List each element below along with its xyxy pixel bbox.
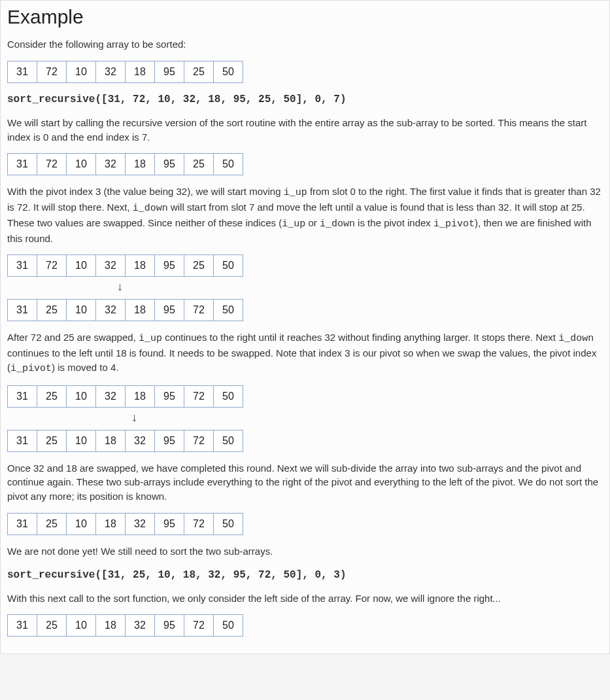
code-iup: i_up — [282, 219, 305, 230]
cell: 10 — [67, 513, 96, 534]
cell: 10 — [67, 61, 96, 82]
cell: 32 — [96, 255, 126, 277]
cell: 32 — [96, 154, 126, 175]
cell: 18 — [126, 61, 155, 82]
document-page: Example Consider the following array to … — [0, 0, 610, 654]
cell: 31 — [8, 615, 37, 637]
cell: 18 — [126, 255, 155, 277]
code-ipivot: i_pivot — [10, 363, 52, 374]
cell: 31 — [8, 513, 37, 534]
cell: 72 — [184, 385, 214, 407]
cell: 31 — [8, 255, 37, 277]
cell: 50 — [214, 61, 243, 82]
cell: 10 — [67, 385, 96, 407]
down-arrow-icon: ↓ — [7, 281, 603, 292]
cell: 31 — [8, 61, 37, 82]
cell: 95 — [155, 154, 184, 175]
cell: 31 — [8, 300, 37, 321]
cell: 32 — [126, 430, 155, 451]
cell: 95 — [155, 385, 184, 407]
cell: 32 — [126, 513, 155, 534]
cell: 50 — [214, 615, 243, 637]
para-2: With the pivot index 3 (the value being … — [7, 184, 603, 245]
array-left-sub: 31 25 10 18 32 95 72 50 — [7, 614, 243, 637]
cell: 72 — [37, 154, 67, 175]
code-idown: i_down — [320, 219, 355, 230]
cell: 10 — [67, 154, 96, 175]
array-swap1-after: 31 25 10 32 18 95 72 50 — [7, 299, 243, 321]
cell: 50 — [214, 154, 243, 175]
page-title: Example — [7, 6, 603, 28]
cell: 72 — [37, 255, 67, 277]
cell: 32 — [96, 385, 126, 407]
cell: 95 — [155, 255, 184, 277]
code-ipivot: i_pivot — [433, 219, 475, 230]
down-arrow-icon: ↓ — [7, 411, 603, 423]
array-initial: 31 72 10 32 18 95 25 50 — [7, 61, 243, 83]
cell: 72 — [184, 300, 214, 321]
cell: 18 — [96, 513, 126, 534]
code-idown: i_down — [558, 333, 594, 344]
para-5: We are not done yet! We still need to so… — [7, 544, 603, 559]
para-3: After 72 and 25 are swapped, i_up contin… — [7, 330, 603, 376]
cell: 50 — [214, 513, 243, 534]
cell: 10 — [67, 255, 96, 277]
cell: 25 — [37, 513, 67, 534]
array-swap2-before: 31 25 10 32 18 95 72 50 — [7, 385, 243, 408]
para-4: Once 32 and 18 are swapped, we have comp… — [7, 461, 603, 504]
cell: 50 — [214, 430, 243, 451]
cell: 32 — [126, 615, 155, 637]
array-swap1-before: 31 72 10 32 18 95 25 50 — [7, 254, 243, 277]
cell: 18 — [96, 615, 126, 637]
cell: 32 — [96, 300, 126, 321]
cell: 95 — [155, 61, 184, 82]
cell: 72 — [184, 430, 214, 451]
cell: 31 — [8, 430, 37, 451]
cell: 95 — [155, 615, 184, 637]
code-iup: i_up — [139, 333, 162, 344]
array-split: 31 25 10 18 32 95 72 50 — [7, 513, 243, 535]
cell: 25 — [37, 430, 67, 451]
intro-text: Consider the following array to be sorte… — [7, 37, 603, 52]
cell: 10 — [67, 430, 96, 451]
code-call-1: sort_recursive([31, 72, 10, 32, 18, 95, … — [7, 94, 603, 105]
cell: 25 — [184, 154, 214, 175]
cell: 72 — [37, 61, 67, 82]
cell: 25 — [184, 61, 214, 82]
para-6: With this next call to the sort function… — [7, 591, 603, 606]
cell: 18 — [126, 154, 155, 175]
cell: 95 — [155, 430, 184, 451]
array-swap2-after: 31 25 10 18 32 95 72 50 — [7, 430, 243, 452]
cell: 31 — [8, 385, 37, 407]
cell: 25 — [37, 615, 67, 637]
cell: 18 — [126, 385, 155, 407]
code-idown: i_down — [133, 203, 168, 214]
code-iup: i_up — [284, 187, 307, 198]
array-full-bracket: 31 72 10 32 18 95 25 50 — [7, 153, 243, 175]
para-1: We will start by calling the recursive v… — [7, 116, 603, 145]
cell: 18 — [126, 300, 155, 321]
cell: 95 — [155, 513, 184, 534]
cell: 25 — [37, 300, 67, 321]
cell: 95 — [155, 300, 184, 321]
cell: 50 — [214, 255, 243, 277]
cell: 50 — [214, 385, 243, 407]
cell: 31 — [8, 154, 37, 175]
cell: 10 — [67, 615, 96, 637]
cell: 32 — [96, 61, 126, 82]
cell: 10 — [67, 300, 96, 321]
cell: 72 — [184, 513, 214, 534]
cell: 18 — [96, 430, 126, 451]
cell: 72 — [184, 615, 214, 637]
cell: 25 — [37, 385, 67, 407]
cell: 50 — [214, 300, 243, 321]
cell: 25 — [184, 255, 214, 277]
code-call-2: sort_recursive([31, 25, 10, 18, 32, 95, … — [7, 569, 603, 581]
